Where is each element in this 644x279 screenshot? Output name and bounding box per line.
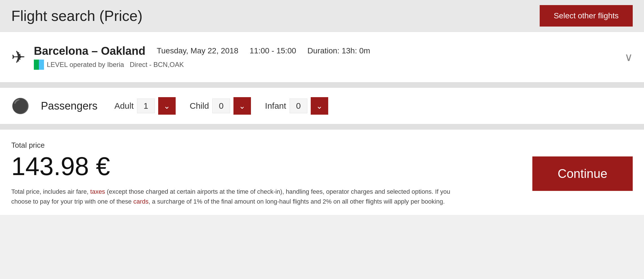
cards-link[interactable]: cards <box>133 198 149 205</box>
flight-expand-chevron-icon[interactable]: ∨ <box>625 51 633 64</box>
total-price-card: Total price 143.98 € Total price, includ… <box>0 129 644 215</box>
infant-count: 0 <box>290 99 307 113</box>
flight-info: ✈ Barcelona – Oakland Tuesday, May 22, 2… <box>11 45 625 70</box>
airline-badge: LEVEL operated by Iberia <box>34 60 124 70</box>
passenger-icon: ⚫ <box>11 97 30 115</box>
flight-route-code: Direct - BCN,OAK <box>130 61 184 69</box>
flight-duration: Duration: 13h: 0m <box>307 46 370 55</box>
flight-time: 11:00 - 15:00 <box>250 46 296 55</box>
continue-button[interactable]: Continue <box>532 156 633 191</box>
total-price-label: Total price <box>11 141 532 150</box>
page-wrapper: Flight search (Price) Select other fligh… <box>0 0 644 215</box>
plane-icon: ✈ <box>11 47 25 67</box>
price-disclaimer: Total price, includes air fare, taxes (e… <box>11 187 462 206</box>
airline-name: LEVEL operated by Iberia <box>47 61 124 69</box>
infant-passenger-group: Infant 0 ⌄ <box>265 97 328 115</box>
flight-route: Barcelona – Oakland <box>34 45 145 57</box>
child-passenger-group: Child 0 ⌄ <box>190 97 251 115</box>
select-other-flights-button[interactable]: Select other flights <box>540 5 633 27</box>
child-count: 0 <box>212 99 230 113</box>
airline-color-box <box>34 60 44 70</box>
passengers-label: Passengers <box>41 100 98 112</box>
flight-route-line: Barcelona – Oakland Tuesday, May 22, 201… <box>34 45 370 57</box>
flight-date: Tuesday, May 22, 2018 <box>157 46 239 55</box>
infant-label: Infant <box>265 101 286 111</box>
adult-count: 1 <box>137 99 155 113</box>
adult-dropdown-button[interactable]: ⌄ <box>158 97 176 115</box>
flight-sub-line: LEVEL operated by Iberia Direct - BCN,OA… <box>34 60 370 70</box>
page-title: Flight search (Price) <box>11 7 142 24</box>
section-divider <box>0 82 644 88</box>
infant-dropdown-button[interactable]: ⌄ <box>311 97 328 115</box>
section-divider-2 <box>0 124 644 129</box>
adult-label: Adult <box>114 101 134 111</box>
child-label: Child <box>190 101 209 111</box>
child-dropdown-button[interactable]: ⌄ <box>233 97 251 115</box>
page-header: Flight search (Price) Select other fligh… <box>0 0 644 32</box>
price-left: Total price 143.98 € Total price, includ… <box>11 141 532 206</box>
taxes-link[interactable]: taxes <box>90 188 105 195</box>
disclaimer-text-1: Total price, includes air fare, <box>11 188 90 195</box>
total-price-amount: 143.98 € <box>11 152 532 181</box>
passengers-card: ⚫ Passengers Adult 1 ⌄ Child 0 ⌄ Infant … <box>0 88 644 124</box>
flight-details: Barcelona – Oakland Tuesday, May 22, 201… <box>34 45 370 70</box>
flight-card: ✈ Barcelona – Oakland Tuesday, May 22, 2… <box>0 32 644 82</box>
adult-passenger-group: Adult 1 ⌄ <box>114 97 176 115</box>
disclaimer-text-3: , a surcharge of 1% of the final amount … <box>149 198 445 205</box>
